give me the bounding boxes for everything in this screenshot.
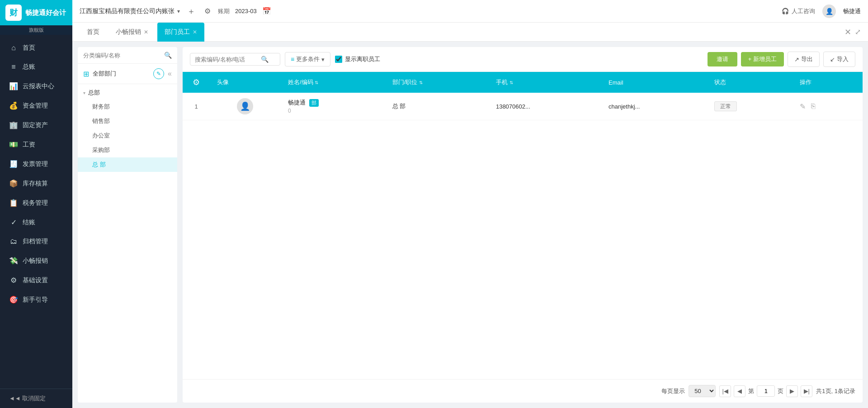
sidebar-item-funds[interactable]: 💰 资金管理 <box>0 96 72 115</box>
col-phone[interactable]: 手机 ⇅ <box>489 72 601 93</box>
dept-item-finance[interactable]: 财务部 <box>78 100 177 114</box>
add-employee-button[interactable]: + 新增员工 <box>741 52 784 66</box>
export-label: 导出 <box>801 55 813 63</box>
filter-icon: ≡ <box>291 56 294 63</box>
sidebar-item-salary[interactable]: 💵 工资 <box>0 135 72 154</box>
support-button[interactable]: 🎧 人工咨询 <box>782 7 815 15</box>
logo-icon: 财 <box>5 5 22 21</box>
app-logo[interactable]: 财 畅捷通好会计 <box>0 0 72 25</box>
filter-button[interactable]: ≡ 更多条件 ▾ <box>285 52 330 66</box>
sidebar-item-home[interactable]: ⌂ 首页 <box>0 38 72 57</box>
sidebar-item-inventory[interactable]: 📦 库存核算 <box>0 174 72 193</box>
right-panel: 🔍 ≡ 更多条件 ▾ 显示离职员工 邀请 + 新增员工 <box>183 47 863 403</box>
dept-tree: ▾ 总部 财务部 销售部 办公室 采购部 总 部 <box>78 84 177 403</box>
dept-search-input[interactable] <box>83 52 160 59</box>
employee-search-input[interactable] <box>195 56 258 63</box>
show-resigned-checkbox[interactable] <box>335 56 342 63</box>
export-button[interactable]: ↗ 导出 <box>788 52 820 67</box>
invite-button[interactable]: 邀请 <box>708 52 737 66</box>
dept-group-headquarters[interactable]: ▾ 总部 <box>78 86 177 100</box>
username[interactable]: 畅捷通 <box>843 7 861 15</box>
dept-collapse-icon[interactable]: « <box>168 70 172 78</box>
tab-dept-employee-close-icon[interactable]: ✕ <box>193 29 197 35</box>
app-name: 畅捷通好会计 <box>25 9 66 17</box>
tab-home-label: 首页 <box>87 28 99 36</box>
company-selector[interactable]: 江西服宝精品有限责任公司内账张 ▾ <box>80 7 180 15</box>
per-page-select[interactable]: 50 100 <box>689 385 716 397</box>
dept-group-label: 总部 <box>88 89 100 97</box>
company-settings-icon[interactable]: ⚙ <box>203 5 212 17</box>
dept-item-general[interactable]: 总 部 <box>78 157 177 172</box>
phone-sort-icon: ⇅ <box>509 80 513 85</box>
dept-all-label[interactable]: 全部部门 <box>93 70 150 78</box>
settings-icon: ⚙ <box>9 276 18 285</box>
sidebar-item-label: 库存核算 <box>23 180 48 188</box>
employee-table: ⚙ 头像 姓名/编码 ⇅ 部门/职位 ⇅ <box>183 72 863 379</box>
employee-toolbar: 🔍 ≡ 更多条件 ▾ 显示离职员工 邀请 + 新增员工 <box>183 47 863 72</box>
company-name: 江西服宝精品有限责任公司内账张 <box>80 7 175 15</box>
tab-home[interactable]: 首页 <box>80 23 107 42</box>
dept-item-sales[interactable]: 销售部 <box>78 114 177 128</box>
close-window-icon[interactable]: ✕ <box>844 27 851 37</box>
unpin-button[interactable]: ◄◄ 取消固定 <box>0 389 72 408</box>
calendar-icon[interactable]: 📅 <box>262 7 271 15</box>
sidebar-item-label: 归档管理 <box>23 237 48 246</box>
sidebar-item-label: 发票管理 <box>23 160 48 168</box>
expand-icon[interactable]: ⤢ <box>855 28 861 36</box>
prev-page-button[interactable]: ◀ <box>734 385 745 397</box>
dept-edit-button[interactable]: ✎ <box>153 68 164 79</box>
row-avatar-cell: 👤 <box>210 93 281 120</box>
period-label: 账期 <box>218 7 230 15</box>
period-value: 2023-03 <box>235 8 257 14</box>
dept-item-purchasing[interactable]: 采购部 <box>78 143 177 157</box>
sidebar-item-assets[interactable]: 🏢 固定资产 <box>0 115 72 135</box>
status-badge: 正常 <box>714 101 737 111</box>
invoice-icon: 🧾 <box>9 160 18 168</box>
first-page-button[interactable]: |◀ <box>719 385 731 397</box>
sidebar-item-tax[interactable]: 📋 税务管理 <box>0 193 72 213</box>
column-settings-button[interactable]: ⚙ <box>193 77 200 87</box>
employee-search-icon[interactable]: 🔍 <box>261 56 269 63</box>
employee-code: 0 <box>288 108 378 114</box>
sidebar-item-label: 云报表中心 <box>23 82 54 90</box>
filter-chevron-icon: ▾ <box>321 56 325 63</box>
sidebar-item-label: 资金管理 <box>23 102 48 110</box>
sidebar-item-expense[interactable]: 💸 小畅报销 <box>0 251 72 270</box>
import-button[interactable]: ↙ 导入 <box>823 52 855 67</box>
col-dept[interactable]: 部门/职位 ⇅ <box>385 72 489 93</box>
funds-icon: 💰 <box>9 101 18 110</box>
sidebar-item-closing[interactable]: ✓ 结账 <box>0 213 72 232</box>
page-number-input[interactable] <box>757 385 775 397</box>
sidebar-item-settings[interactable]: ⚙ 基础设置 <box>0 270 72 290</box>
import-label: 导入 <box>837 55 849 63</box>
employee-avatar: 👤 <box>237 98 253 114</box>
edit-employee-icon[interactable]: ✎ <box>800 102 806 111</box>
sidebar-item-archive[interactable]: 🗂 归档管理 <box>0 232 72 251</box>
table-row: 1 👤 畅捷通 部 0 <box>183 93 863 120</box>
tab-dept-employee[interactable]: 部门员工 ✕ <box>157 23 204 42</box>
salary-icon: 💵 <box>9 140 18 149</box>
sidebar-item-guide[interactable]: 🎯 新手引导 <box>0 290 72 309</box>
import-icon: ↙ <box>830 56 835 63</box>
next-page-button[interactable]: ▶ <box>786 385 798 397</box>
sidebar-item-invoice[interactable]: 🧾 发票管理 <box>0 154 72 174</box>
tax-icon: 📋 <box>9 199 18 207</box>
tab-expense[interactable]: 小畅报销 ✕ <box>108 23 156 42</box>
col-name[interactable]: 姓名/编码 ⇅ <box>281 72 385 93</box>
dept-item-office[interactable]: 办公室 <box>78 128 177 143</box>
tab-expense-close-icon[interactable]: ✕ <box>144 29 148 35</box>
sidebar-item-reports[interactable]: 📊 云报表中心 <box>0 76 72 96</box>
topbar: 江西服宝精品有限责任公司内账张 ▾ ＋ ⚙ 账期 2023-03 📅 🎧 人工咨… <box>72 0 868 23</box>
sidebar-item-ledger[interactable]: ≡ 总账 <box>0 57 72 76</box>
delete-employee-icon[interactable]: ⎘ <box>811 102 816 110</box>
show-resigned-label[interactable]: 显示离职员工 <box>335 55 380 63</box>
sidebar-item-label: 固定资产 <box>23 121 48 129</box>
last-page-button[interactable]: ▶| <box>801 385 812 397</box>
dept-all-header: ⊞ 全部部门 ✎ « <box>78 64 177 84</box>
reports-icon: 📊 <box>9 82 18 90</box>
sidebar-item-label: 结账 <box>23 218 35 227</box>
sidebar: 财 畅捷通好会计 旗舰版 ⌂ 首页 ≡ 总账 📊 云报表中心 💰 资金管理 🏢 … <box>0 0 72 408</box>
col-avatar: 头像 <box>210 72 281 93</box>
add-company-button[interactable]: ＋ <box>185 4 197 19</box>
dept-search-icon[interactable]: 🔍 <box>164 52 172 59</box>
